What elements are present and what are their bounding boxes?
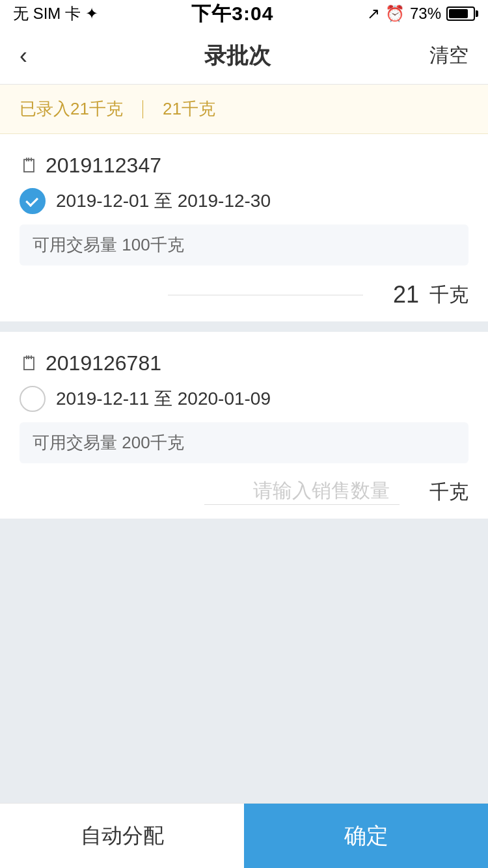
batch2-amount-row: 千克: [20, 463, 468, 519]
page-title: 录批次: [204, 41, 271, 71]
batch1-date: 2019-12-01 至 2019-12-30: [56, 189, 271, 213]
batch1-unit: 千克: [429, 282, 468, 308]
batch2-unit: 千克: [429, 479, 468, 506]
recorded-value: 21千克: [163, 98, 215, 120]
batch1-date-row[interactable]: 2019-12-01 至 2019-12-30: [20, 188, 468, 214]
batch2-date: 2019-12-11 至 2020-01-09: [56, 387, 271, 411]
batch2-radio[interactable]: [20, 386, 46, 412]
batch2-qty: 可用交易量 200千克: [20, 422, 468, 463]
batch1-amount-row: 21 千克: [20, 265, 468, 321]
clear-button[interactable]: 清空: [416, 42, 468, 69]
batch1-doc-icon: 🗒: [20, 155, 39, 177]
battery-icon: [446, 7, 475, 21]
batch2-id: 2019126781: [46, 351, 161, 375]
batch-card-2: 🗒 2019126781 2019-12-11 至 2020-01-09 可用交…: [0, 332, 488, 519]
gray-area: [0, 519, 488, 805]
batch2-quantity-input[interactable]: [204, 480, 400, 505]
alarm-icon: ⏰: [385, 5, 405, 23]
status-left: 无 SIM 卡 ✦: [13, 3, 98, 24]
status-right: ↗ ⏰ 73%: [367, 5, 475, 23]
batch-card-1: 🗒 2019112347 2019-12-01 至 2019-12-30 可用交…: [0, 134, 488, 321]
batch1-amount-line: [168, 295, 363, 295]
section-divider-1: [0, 321, 488, 332]
recorded-label: 已录入21千克: [20, 98, 123, 120]
batch2-date-row[interactable]: 2019-12-11 至 2020-01-09: [20, 386, 468, 412]
location-icon: ↗: [367, 5, 380, 23]
batch1-qty: 可用交易量 100千克: [20, 224, 468, 265]
info-bar: 已录入21千克 21千克: [0, 85, 488, 134]
confirm-button[interactable]: 确定: [244, 804, 488, 868]
batch1-radio[interactable]: [20, 188, 46, 214]
batch1-amount[interactable]: 21: [393, 281, 419, 308]
sim-label: 无 SIM 卡 ✦: [13, 3, 98, 24]
batch2-doc-icon: 🗒: [20, 353, 39, 375]
batch2-header: 🗒 2019126781: [20, 351, 468, 375]
back-button[interactable]: ‹: [20, 42, 59, 70]
status-bar: 无 SIM 卡 ✦ 下午3:04 ↗ ⏰ 73%: [0, 0, 488, 27]
info-divider: [142, 100, 143, 118]
auto-distribute-button[interactable]: 自动分配: [0, 804, 244, 868]
content-area: 🗒 2019112347 2019-12-01 至 2019-12-30 可用交…: [0, 134, 488, 868]
status-time: 下午3:04: [191, 1, 273, 27]
batch1-id: 2019112347: [46, 154, 161, 178]
battery-percent: 73%: [410, 5, 441, 23]
batch1-header: 🗒 2019112347: [20, 154, 468, 178]
nav-bar: ‹ 录批次 清空: [0, 27, 488, 85]
bottom-bar: 自动分配 确定: [0, 803, 488, 868]
